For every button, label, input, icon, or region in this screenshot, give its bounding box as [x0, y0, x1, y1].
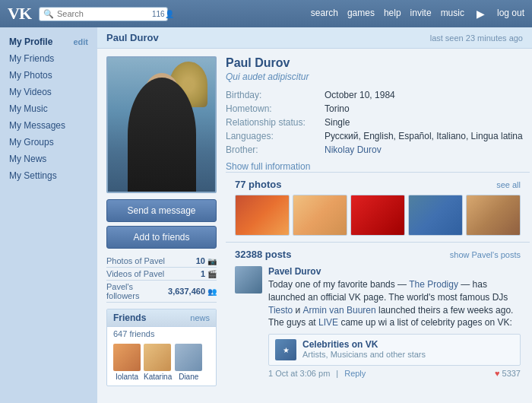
- sidebar-label-my-settings: My Settings: [9, 170, 57, 181]
- live-link[interactable]: LIVE: [318, 317, 338, 328]
- show-posts-link[interactable]: show Pavel's posts: [450, 250, 521, 259]
- post-reply-link[interactable]: Reply: [344, 369, 366, 378]
- posts-count: 32388 posts: [235, 249, 291, 260]
- post-author[interactable]: Pavel Durov: [268, 266, 521, 277]
- nav-search[interactable]: search: [311, 8, 338, 20]
- stat-photos[interactable]: Photos of Pavel 10 📷: [106, 255, 217, 268]
- info-relationship: Relationship status: Single: [226, 117, 530, 128]
- repost-box[interactable]: ★ Celebrities on VK Artists, Musicians a…: [268, 334, 521, 366]
- sidebar-item-my-news[interactable]: My News: [0, 151, 97, 167]
- photos-section-header: 77 photos see all: [235, 179, 521, 190]
- friend-name-diane: Diane: [175, 373, 202, 381]
- info-hometown: Hometown: Torino: [226, 103, 530, 114]
- main-content: Paul Durov last seen 23 minutes ago Send…: [97, 27, 532, 403]
- friends-news-link[interactable]: news: [190, 313, 210, 322]
- repost-sub: Artists, Musicians and other stars: [302, 350, 426, 359]
- info-brother-key: Brother:: [226, 144, 325, 155]
- repost-page-icon: ★: [275, 339, 296, 360]
- sidebar-label-my-groups: My Groups: [9, 137, 54, 148]
- profile-edit-link[interactable]: edit: [73, 37, 88, 46]
- main-layout: My Profile edit My Friends My Photos My …: [0, 27, 532, 403]
- search-box[interactable]: 🔍 116 👤: [39, 7, 168, 21]
- profile-stats: Photos of Pavel 10 📷 Videos of Pavel 1 🎬: [106, 255, 217, 303]
- post-content: Pavel Durov Today one of my favorite ban…: [268, 266, 521, 378]
- stat-photos-label: Photos of Pavel: [106, 256, 165, 265]
- photo-thumb-5[interactable]: [466, 195, 521, 236]
- nav-help[interactable]: help: [384, 8, 401, 20]
- friend-avatar-diane: [175, 344, 202, 371]
- photos-see-all-link[interactable]: see all: [496, 180, 521, 189]
- info-languages: Languages: Русский, English, Español, It…: [226, 131, 530, 141]
- like-count: 5337: [502, 369, 521, 378]
- friends-count: 647 friends: [107, 327, 216, 341]
- sidebar-item-my-photos[interactable]: My Photos: [0, 67, 97, 84]
- post-like[interactable]: ♥ 5337: [495, 369, 521, 378]
- sidebar-item-my-settings[interactable]: My Settings: [0, 167, 97, 184]
- photo-thumb-3[interactable]: [350, 195, 405, 236]
- photos-grid: [235, 195, 521, 236]
- photo-figure: [128, 78, 196, 192]
- sidebar-label-my-profile: My Profile: [9, 36, 52, 47]
- stat-videos[interactable]: Videos of Pavel 1 🎬: [106, 268, 217, 281]
- sidebar-item-my-friends[interactable]: My Friends: [0, 50, 97, 67]
- repost-info: Celebrities on VK Artists, Musicians and…: [302, 339, 426, 359]
- sidebar-label-my-videos: My Videos: [9, 87, 52, 97]
- tiesto-link[interactable]: Tiesto: [268, 305, 293, 316]
- profile-header: Paul Durov last seen 23 minutes ago: [97, 27, 532, 49]
- show-full-info-link[interactable]: Show full information: [226, 161, 530, 172]
- info-birthday-val: October 10, 1984: [325, 90, 395, 100]
- sidebar-label-my-messages: My Messages: [9, 120, 65, 131]
- friends-box-title: Friends: [113, 313, 146, 323]
- add-to-friends-button[interactable]: Add to friends: [106, 226, 217, 249]
- info-languages-val: Русский, English, Español, Italiano, Lin…: [325, 131, 523, 141]
- sidebar-item-my-groups[interactable]: My Groups: [0, 134, 97, 151]
- sidebar-item-my-videos[interactable]: My Videos: [0, 84, 97, 100]
- photos-section: 77 photos see all: [226, 172, 530, 242]
- nav-logout[interactable]: log out: [497, 8, 524, 20]
- friend-item-iolanta[interactable]: Iolanta: [113, 344, 141, 381]
- friend-item-katarina[interactable]: Katarina: [144, 344, 172, 381]
- nav-games[interactable]: games: [347, 8, 375, 20]
- profile-body: Send a message Add to friends Photos of …: [97, 49, 532, 398]
- music-play-icon[interactable]: ▶: [477, 8, 485, 20]
- repost-name[interactable]: Celebrities on VK: [302, 339, 426, 350]
- info-table: Birthday: October 10, 1984 Hometown: Tor…: [226, 90, 530, 155]
- stat-videos-label: Videos of Pavel: [106, 269, 164, 278]
- sidebar-item-my-profile[interactable]: My Profile edit: [0, 33, 97, 50]
- search-count: 116: [152, 10, 165, 18]
- friend-name-katarina: Katarina: [144, 373, 172, 381]
- photos-section-title: 77 photos: [235, 179, 281, 190]
- photo-thumb-2[interactable]: [293, 195, 347, 236]
- sidebar-item-my-messages[interactable]: My Messages: [0, 117, 97, 134]
- brother-link[interactable]: Nikolay Durov: [325, 144, 382, 155]
- info-brother-val[interactable]: Nikolay Durov: [325, 144, 382, 155]
- profile-tagline: Qui audet adipiscitur: [226, 71, 530, 82]
- sidebar-label-my-photos: My Photos: [9, 70, 52, 81]
- posts-header: 32388 posts show Pavel's posts: [235, 249, 521, 260]
- prodigy-link[interactable]: The Prodigy: [409, 279, 458, 290]
- sidebar-label-my-friends: My Friends: [9, 53, 54, 64]
- info-birthday-key: Birthday:: [226, 90, 325, 100]
- stat-photos-value: 10 📷: [196, 256, 217, 265]
- send-message-button[interactable]: Send a message: [106, 199, 217, 222]
- profile-last-seen: last seen 23 minutes ago: [430, 33, 523, 43]
- stat-followers[interactable]: Pavel's followers 3,637,460 👥: [106, 281, 217, 303]
- photo-thumb-4[interactable]: [408, 195, 463, 236]
- info-column: Paul Durov Qui audet adipiscitur Birthda…: [226, 56, 530, 390]
- sidebar: My Profile edit My Friends My Photos My …: [0, 27, 97, 403]
- profile-photo: [106, 56, 217, 193]
- friend-item-diane[interactable]: Diane: [175, 344, 202, 381]
- photo-column: Send a message Add to friends Photos of …: [106, 56, 217, 390]
- nav-music[interactable]: music: [441, 8, 464, 20]
- post-item: Pavel Durov Today one of my favorite ban…: [235, 266, 521, 378]
- nav-invite[interactable]: invite: [410, 8, 432, 20]
- sidebar-item-my-music[interactable]: My Music: [0, 100, 97, 117]
- info-relationship-val: Single: [325, 117, 350, 128]
- user-icon: 👤: [165, 10, 174, 18]
- stat-videos-value: 1 🎬: [201, 269, 217, 278]
- info-hometown-val: Torino: [325, 103, 350, 114]
- photo-thumb-1[interactable]: [235, 195, 290, 236]
- friend-avatar-iolanta: [113, 344, 141, 371]
- armin-link[interactable]: Armin van Buuren: [303, 305, 376, 316]
- search-input[interactable]: [57, 9, 148, 18]
